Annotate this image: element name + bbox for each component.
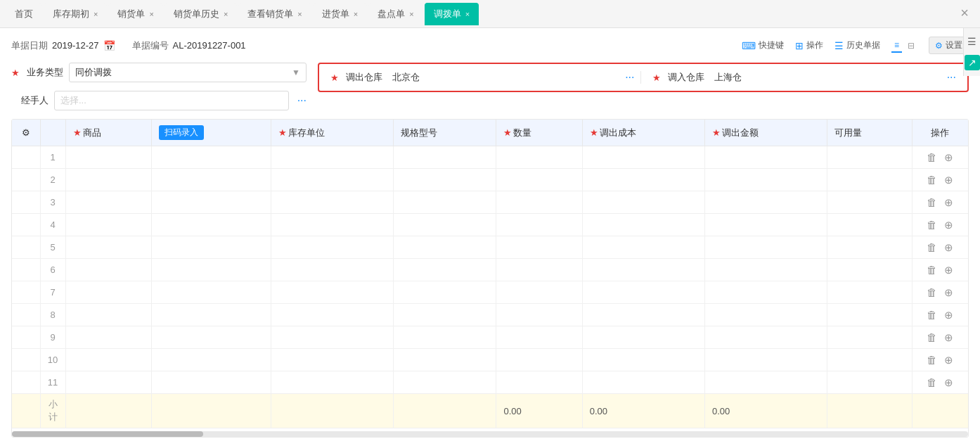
tab-sales-history[interactable]: 销货单历史 × [165, 3, 237, 25]
shortcuts-button[interactable]: ⌨ 快捷键 [742, 39, 784, 51]
row-product[interactable] [65, 146, 151, 169]
row-spec[interactable] [394, 304, 496, 326]
row-qty[interactable] [496, 191, 582, 214]
delete-icon[interactable]: 🗑 [927, 354, 937, 366]
tab-purchase-order[interactable]: 进货单 × [313, 3, 367, 25]
delete-icon[interactable]: 🗑 [927, 309, 937, 321]
copy-icon[interactable]: ⊕ [944, 151, 953, 164]
window-close-button[interactable]: × [955, 3, 974, 23]
tab-transfer[interactable]: 调拨单 × [425, 3, 479, 25]
row-qty[interactable] [496, 371, 582, 394]
delete-icon[interactable]: 🗑 [927, 219, 937, 231]
row-product[interactable] [65, 304, 151, 326]
delete-icon[interactable]: 🗑 [927, 264, 937, 276]
copy-icon[interactable]: ⊕ [944, 331, 953, 344]
copy-icon[interactable]: ⊕ [944, 219, 953, 231]
row-cost[interactable] [582, 304, 704, 326]
row-qty[interactable] [496, 326, 582, 349]
row-spec[interactable] [394, 281, 496, 304]
row-cost[interactable] [582, 259, 704, 281]
copy-icon[interactable]: ⊕ [944, 241, 953, 254]
copy-icon[interactable]: ⊕ [944, 354, 953, 367]
delete-icon[interactable]: 🗑 [927, 331, 937, 343]
tab-sales-order[interactable]: 销货单 × [108, 3, 162, 25]
layout-icon-1[interactable]: ≡ [891, 39, 902, 53]
copy-icon[interactable]: ⊕ [944, 264, 953, 276]
delete-icon[interactable]: 🗑 [927, 174, 937, 186]
row-qty[interactable] [496, 146, 582, 169]
row-qty[interactable] [496, 281, 582, 304]
sidebar-export-icon[interactable]: ↗ [965, 55, 980, 70]
row-qty[interactable] [496, 349, 582, 371]
col-scan[interactable]: 扫码录入 [151, 120, 271, 146]
row-unit[interactable] [271, 281, 393, 304]
tab-inventory-check[interactable]: 盘点单 × [368, 3, 423, 25]
row-qty[interactable] [496, 236, 582, 259]
row-amount[interactable] [704, 259, 827, 281]
row-amount[interactable] [704, 304, 827, 326]
calendar-icon[interactable]: 📅 [103, 40, 115, 51]
row-amount[interactable] [704, 236, 827, 259]
close-icon[interactable]: × [465, 10, 470, 18]
delete-icon[interactable]: 🗑 [927, 196, 937, 208]
sidebar-list-icon[interactable]: ☰ [965, 34, 980, 49]
row-qty[interactable] [496, 169, 582, 191]
row-product[interactable] [65, 349, 151, 371]
row-product[interactable] [65, 326, 151, 349]
copy-icon[interactable]: ⊕ [944, 196, 953, 209]
horizontal-scrollbar[interactable] [12, 431, 968, 437]
close-icon[interactable]: × [94, 10, 98, 18]
close-icon[interactable]: × [297, 10, 302, 18]
copy-icon[interactable]: ⊕ [944, 309, 953, 321]
row-spec[interactable] [394, 326, 496, 349]
row-spec[interactable] [394, 259, 496, 281]
row-qty[interactable] [496, 304, 582, 326]
business-type-select[interactable]: 同价调拨 ▼ [69, 63, 307, 82]
row-spec[interactable] [394, 169, 496, 191]
handler-more-icon[interactable]: ··· [297, 94, 307, 107]
row-amount[interactable] [704, 349, 827, 371]
row-cost[interactable] [582, 191, 704, 214]
row-product[interactable] [65, 214, 151, 236]
copy-icon[interactable]: ⊕ [944, 286, 953, 299]
copy-icon[interactable]: ⊕ [944, 174, 953, 186]
layout-icon-2[interactable]: ⊟ [905, 39, 917, 52]
delete-icon[interactable]: 🗑 [927, 376, 937, 388]
scroll-thumb[interactable] [12, 431, 203, 437]
row-qty[interactable] [496, 214, 582, 236]
row-unit[interactable] [271, 146, 393, 169]
close-icon[interactable]: × [224, 10, 228, 18]
row-cost[interactable] [582, 236, 704, 259]
delete-icon[interactable]: 🗑 [927, 286, 937, 298]
delete-icon[interactable]: 🗑 [927, 151, 937, 163]
row-product[interactable] [65, 191, 151, 214]
tab-view-sales[interactable]: 查看销货单 × [238, 3, 311, 25]
row-spec[interactable] [394, 349, 496, 371]
row-spec[interactable] [394, 214, 496, 236]
row-product[interactable] [65, 169, 151, 191]
row-qty[interactable] [496, 259, 582, 281]
target-warehouse-more-icon[interactable]: ··· [947, 71, 956, 84]
row-product[interactable] [65, 371, 151, 394]
row-product[interactable] [65, 281, 151, 304]
row-unit[interactable] [271, 349, 393, 371]
row-unit[interactable] [271, 169, 393, 191]
row-unit[interactable] [271, 326, 393, 349]
row-cost[interactable] [582, 349, 704, 371]
row-amount[interactable] [704, 214, 827, 236]
row-unit[interactable] [271, 371, 393, 394]
scan-button[interactable]: 扫码录入 [159, 125, 204, 140]
row-cost[interactable] [582, 281, 704, 304]
row-unit[interactable] [271, 259, 393, 281]
close-icon[interactable]: × [409, 10, 413, 18]
row-cost[interactable] [582, 326, 704, 349]
history-button[interactable]: ☰ 历史单据 [834, 39, 880, 51]
row-cost[interactable] [582, 214, 704, 236]
row-spec[interactable] [394, 191, 496, 214]
operations-button[interactable]: ⊞ 操作 [795, 39, 823, 51]
row-unit[interactable] [271, 236, 393, 259]
tab-inventory-init[interactable]: 库存期初 × [44, 3, 107, 25]
row-amount[interactable] [704, 371, 827, 394]
row-amount[interactable] [704, 146, 827, 169]
row-unit[interactable] [271, 304, 393, 326]
